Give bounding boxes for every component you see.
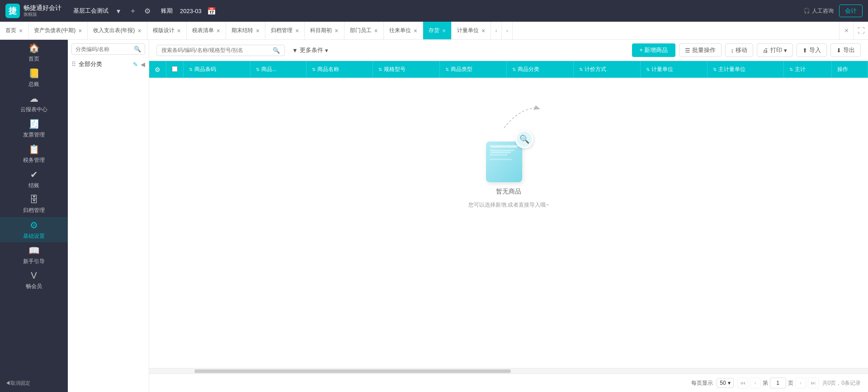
column-settings-icon[interactable]: ⚙: [155, 66, 160, 73]
unpin-button[interactable]: ◀取消固定: [5, 380, 62, 387]
col-code[interactable]: ⇅商品...: [250, 61, 306, 78]
header-icons: ▾ ＋ ⚙: [112, 5, 154, 17]
tab-nav-next[interactable]: ›: [502, 22, 513, 40]
calendar-icon[interactable]: 📅: [205, 5, 218, 17]
per-page-value: 50: [720, 380, 726, 386]
tab-close-unit[interactable]: ×: [481, 27, 485, 34]
tab-period[interactable]: 期末结转 ×: [226, 22, 265, 40]
tab-fullscreen-btn[interactable]: ⛶: [854, 22, 868, 40]
dropdown-icon[interactable]: ▾: [112, 5, 125, 17]
company-name[interactable]: 基层工会测试: [73, 7, 108, 15]
add-tab-icon[interactable]: ＋: [127, 5, 139, 17]
tab-income[interactable]: 收入支出表(年报) ×: [88, 22, 147, 40]
tab-home[interactable]: 首页 ×: [0, 22, 28, 40]
tab-close-home[interactable]: ×: [19, 27, 23, 34]
customer-service-btn[interactable]: 🎧 人工咨询: [803, 7, 834, 15]
col-pricing[interactable]: ⇅计价方式: [574, 61, 641, 78]
tab-close-all-btn[interactable]: ×: [839, 22, 854, 40]
sidebar-item-tax[interactable]: 📋 税务管理: [0, 141, 68, 166]
horizontal-scrollbar[interactable]: [149, 368, 868, 373]
sidebar-item-ledger[interactable]: 📒 总账: [0, 65, 68, 90]
tab-nav-prev[interactable]: ‹: [491, 22, 502, 40]
settings-icon[interactable]: ⚙: [141, 5, 154, 17]
empty-state: 🔍 暂无商品 您可以选择新增,或者直接导入哦~: [149, 78, 868, 259]
sidebar-item-basic[interactable]: ⚙ 基础设置: [0, 217, 68, 242]
sort-icon-pricing: ⇅: [579, 67, 583, 72]
col-spec[interactable]: ⇅规格型号: [373, 61, 440, 78]
sort-icon-cat: ⇅: [512, 67, 516, 72]
sidebar-label-cloud: 云报表中心: [20, 106, 47, 113]
scrollbar-thumb[interactable]: [194, 369, 511, 373]
tab-close-dept[interactable]: ×: [374, 27, 378, 34]
col-checkbox: [166, 61, 184, 78]
select-all-checkbox[interactable]: [172, 66, 178, 72]
move-btn[interactable]: ↕ 移动: [725, 43, 754, 57]
col-main-unit[interactable]: ⇅主计量单位: [708, 61, 784, 78]
tab-balance[interactable]: 资产负债表(中期) ×: [28, 22, 88, 40]
import-btn[interactable]: ⬆ 导入: [797, 43, 827, 57]
page-suffix-label: 页: [788, 379, 793, 387]
tab-unit[interactable]: 计量单位 ×: [452, 22, 491, 40]
tab-close-contacts[interactable]: ×: [414, 27, 417, 34]
tab-archive[interactable]: 归档管理 ×: [265, 22, 305, 40]
category-edit-icon[interactable]: ✎: [133, 61, 138, 68]
sort-icon-main: ⇅: [789, 67, 793, 72]
account-button[interactable]: 会计: [839, 5, 863, 17]
tab-close-subject[interactable]: ×: [335, 27, 338, 34]
product-search-icon[interactable]: 🔍: [273, 47, 280, 54]
sidebar-label-member: 畅会员: [26, 283, 42, 290]
batch-op-btn[interactable]: ☰ 批量操作: [679, 43, 722, 57]
tab-close-template[interactable]: ×: [177, 27, 181, 34]
col-main-unit-label: 主计量单位: [718, 66, 745, 73]
product-search-input[interactable]: [161, 47, 270, 53]
add-product-btn[interactable]: + 新增商品: [632, 43, 675, 57]
sidebar-item-home[interactable]: 🏠 首页: [0, 40, 68, 65]
tab-label: 税表清单: [192, 27, 214, 34]
page-first-btn[interactable]: ⏮: [737, 378, 748, 388]
tab-close-period[interactable]: ×: [256, 27, 259, 34]
tab-close-balance[interactable]: ×: [78, 27, 82, 34]
sidebar-item-invoice[interactable]: 🧾 发票管理: [0, 116, 68, 141]
sidebar-item-checkout[interactable]: ✔ 结账: [0, 166, 68, 192]
sidebar-item-member[interactable]: V 畅会员: [0, 268, 68, 293]
export-btn[interactable]: ⬇ 导出: [830, 43, 861, 57]
sidebar-item-guide[interactable]: 📖 新手引导: [0, 242, 68, 268]
tab-contacts[interactable]: 往来单位 ×: [384, 22, 423, 40]
sidebar-item-archive[interactable]: 🗄 归档管理: [0, 192, 68, 217]
tab-close-archive[interactable]: ×: [295, 27, 299, 34]
print-btn[interactable]: 🖨 打印 ▾: [757, 43, 793, 57]
tab-dept[interactable]: 部门员工 ×: [344, 22, 384, 40]
col-main[interactable]: ⇅主计: [783, 61, 831, 78]
per-page-select[interactable]: 50 ▾: [717, 378, 733, 388]
tab-bar: 首页 × 资产负债表(中期) × 收入支出表(年报) × 模版设计 × 税表清单…: [0, 22, 868, 40]
page-last-btn[interactable]: ⏭: [808, 378, 819, 388]
left-panel: 🔍 ⠿ 全部分类 ✎ ◀: [68, 40, 149, 392]
sidebar-item-cloud[interactable]: ☁ 云报表中心: [0, 90, 68, 116]
page-number-input[interactable]: [770, 378, 786, 388]
tab-tax[interactable]: 税表清单 ×: [187, 22, 226, 40]
tab-template[interactable]: 模版设计 ×: [147, 22, 187, 40]
category-collapse-icon[interactable]: ◀: [141, 61, 145, 68]
total-label: 共0页，0条记录: [822, 379, 861, 387]
tab-label: 归档管理: [271, 27, 292, 34]
tab-subject[interactable]: 科目期初 ×: [305, 22, 344, 40]
category-label[interactable]: 全部分类: [79, 60, 102, 68]
col-category[interactable]: ⇅商品分类: [507, 61, 574, 78]
more-filter-btn[interactable]: ▼ 更多条件 ▾: [288, 44, 332, 56]
col-category-label: 商品分类: [518, 66, 539, 73]
tab-close-inventory[interactable]: ×: [442, 27, 446, 34]
page-prev-btn[interactable]: ‹: [750, 378, 761, 388]
tab-close-income[interactable]: ×: [137, 27, 141, 34]
product-search-wrap: 🔍: [156, 45, 285, 56]
tab-inventory[interactable]: 存货 ×: [423, 22, 452, 40]
page-next-btn[interactable]: ›: [795, 378, 806, 388]
col-name[interactable]: ⇅商品名称: [306, 61, 373, 78]
col-barcode[interactable]: ⇅商品条码: [184, 61, 250, 78]
headset-icon: 🎧: [803, 8, 810, 14]
col-unit[interactable]: ⇅计量单位: [641, 61, 708, 78]
category-search-input[interactable]: [75, 46, 131, 52]
search-toolbar: 🔍 ▼ 更多条件 ▾ + 新增商品 ☰ 批量操作 ↕: [149, 40, 868, 61]
category-search-icon[interactable]: 🔍: [134, 46, 141, 52]
col-type[interactable]: ⇅商品类型: [440, 61, 507, 78]
tab-close-tax[interactable]: ×: [217, 27, 220, 34]
